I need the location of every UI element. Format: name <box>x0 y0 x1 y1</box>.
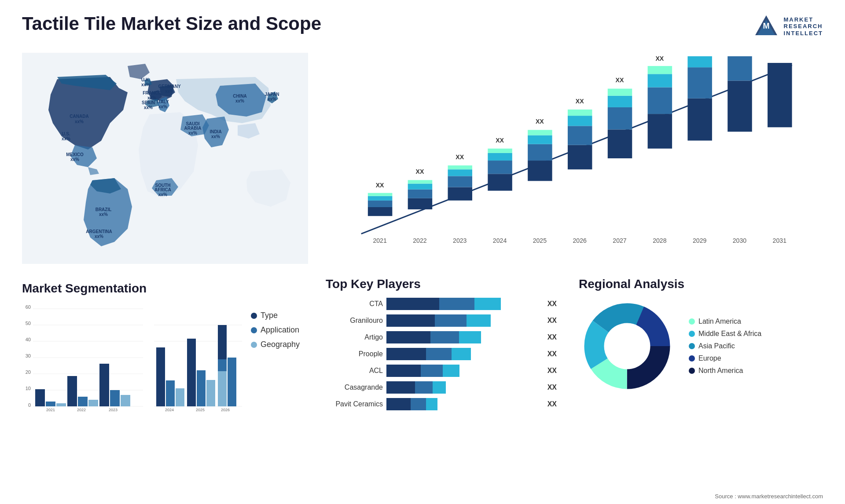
spain-label: SPAIN <box>142 100 155 105</box>
player-bar-granilouro <box>386 314 541 327</box>
legend-europe: Europe <box>689 354 761 362</box>
svg-text:2029: 2029 <box>693 237 707 244</box>
regional-title: Regional Analysis <box>579 277 819 291</box>
logo-text: MARKET RESEARCH INTELLECT <box>784 16 823 37</box>
bar-light <box>474 298 501 310</box>
uk-label: U.K. <box>141 77 150 82</box>
donut-container: Latin America Middle East & Africa Asia … <box>579 298 819 394</box>
player-bar-inner <box>386 298 541 310</box>
player-bar-inner <box>386 398 541 410</box>
svg-point-114 <box>605 324 649 368</box>
bar-chart-section: XX 2021 XX 2022 XX 2023 <box>317 48 823 268</box>
bar-dark <box>386 298 439 310</box>
southafrica-value: xx% <box>158 192 167 197</box>
argentina-label: ARGENTINA <box>86 229 112 234</box>
svg-rect-83 <box>67 376 77 406</box>
canada-value: xx% <box>75 119 84 124</box>
svg-rect-44 <box>608 96 632 107</box>
bar-dark <box>386 365 421 377</box>
mexico-label: MEXICO <box>66 152 84 157</box>
italy-label: ITALY <box>157 99 169 104</box>
north-america-dot <box>689 368 695 374</box>
svg-rect-81 <box>56 403 66 406</box>
player-name-pavit: Pavit Ceramics <box>326 400 383 408</box>
latin-america-dot <box>689 318 695 325</box>
page-title: Tactile Tile Market Size and Scope <box>22 13 321 34</box>
svg-rect-56 <box>687 56 712 67</box>
svg-text:2023: 2023 <box>109 408 118 412</box>
bar-light <box>426 398 437 410</box>
svg-text:2025: 2025 <box>533 237 547 244</box>
svg-rect-60 <box>727 56 752 81</box>
bottom-section: Market Segmentation 0 10 20 30 40 50 60 <box>22 277 308 416</box>
player-name-artigo: Artigo <box>326 333 383 341</box>
regional-section: Regional Analysis <box>574 277 823 416</box>
svg-text:50: 50 <box>26 321 31 326</box>
france-value: xx% <box>147 95 156 100</box>
svg-text:XX: XX <box>655 55 664 62</box>
player-bar-cta <box>386 298 541 310</box>
player-bar-artigo <box>386 331 541 343</box>
svg-rect-100 <box>206 380 215 406</box>
player-row-artigo: Artigo XX <box>326 331 557 343</box>
svg-text:2023: 2023 <box>453 237 467 244</box>
bar-medium <box>411 398 426 410</box>
segmentation-chart-2: 2024 2025 2026 <box>154 302 242 412</box>
middle-east-dot <box>689 331 695 337</box>
type-label: Type <box>261 311 278 320</box>
bar-dark <box>386 331 430 343</box>
svg-text:2027: 2027 <box>613 237 627 244</box>
legend-latin-america: Latin America <box>689 318 761 325</box>
svg-rect-98 <box>187 339 196 406</box>
svg-rect-85 <box>88 400 98 406</box>
svg-rect-107 <box>218 371 227 406</box>
europe-label: Europe <box>698 354 721 362</box>
page-container: Tactile Tile Market Size and Scope M MAR… <box>0 0 845 504</box>
segmentation-container: 0 10 20 30 40 50 60 <box>22 302 308 412</box>
svg-rect-24 <box>488 174 512 190</box>
segmentation-legend: Type Application Geography <box>251 311 300 349</box>
player-row-acl: ACL XX <box>326 365 557 377</box>
logo-line2: RESEARCH <box>784 23 823 30</box>
us-value: xx% <box>62 136 70 141</box>
svg-text:2030: 2030 <box>733 237 747 244</box>
us-label: U.S. <box>62 131 70 136</box>
player-row-casagrande: Casagrande XX <box>326 381 557 394</box>
svg-text:XX: XX <box>576 98 584 105</box>
svg-rect-79 <box>35 389 45 406</box>
svg-rect-15 <box>408 180 433 183</box>
svg-rect-14 <box>408 184 433 190</box>
player-xx-granilouro: XX <box>547 317 557 325</box>
player-bar-acl <box>386 365 541 377</box>
north-america-label: North America <box>698 367 743 375</box>
bar-medium <box>430 331 459 343</box>
world-map-svg: CANADA xx% U.S. xx% MEXICO xx% BRAZIL xx… <box>22 48 308 268</box>
svg-text:20: 20 <box>26 369 31 375</box>
logo-line3: INTELLECT <box>784 30 823 37</box>
segmentation-chart: 0 10 20 30 40 50 60 <box>22 302 145 412</box>
player-bar-casagrande <box>386 381 541 394</box>
asia-pacific-label: Asia Pacific <box>698 342 735 350</box>
svg-rect-25 <box>488 161 512 174</box>
legend-middle-east: Middle East & Africa <box>689 330 761 338</box>
svg-text:2025: 2025 <box>196 408 205 412</box>
middle-east-label: Middle East & Africa <box>698 330 761 338</box>
svg-rect-26 <box>488 153 512 161</box>
svg-rect-38 <box>568 116 592 126</box>
legend-application: Application <box>251 325 300 335</box>
svg-rect-31 <box>528 144 552 161</box>
svg-rect-36 <box>568 145 592 169</box>
type-dot <box>251 313 257 319</box>
player-bar-inner <box>386 331 541 343</box>
uk-value: xx% <box>141 82 150 87</box>
bar-light <box>467 314 491 327</box>
player-xx-acl: XX <box>547 367 557 375</box>
italy-value: xx% <box>158 104 167 109</box>
svg-rect-19 <box>448 176 473 187</box>
player-name-cta: CTA <box>326 300 383 308</box>
svg-rect-95 <box>166 380 175 406</box>
spain-value: xx% <box>144 105 153 110</box>
player-row-cta: CTA XX <box>326 298 557 310</box>
bar-dark <box>386 398 411 410</box>
player-xx-casagrande: XX <box>547 383 557 391</box>
